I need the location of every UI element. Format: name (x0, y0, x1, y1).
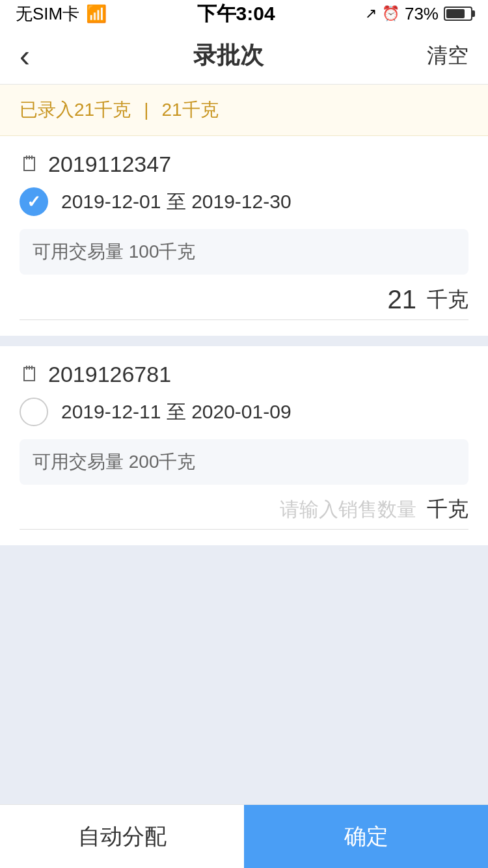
wifi-icon: 📶 (86, 4, 107, 24)
alarm-icon: ⏰ (382, 5, 400, 22)
main-content: 🗒 2019112347 2019-12-01 至 2019-12-30 可用交… (0, 136, 488, 868)
batch-date-1: 2019-12-01 至 2019-12-30 (61, 189, 291, 215)
batch-item-2: 🗒 2019126781 2019-12-11 至 2020-01-09 可用交… (0, 346, 488, 545)
auto-distribute-button[interactable]: 自动分配 (0, 805, 244, 868)
qty-line-wrap-2 (0, 529, 488, 530)
clear-button[interactable]: 清空 (427, 42, 468, 70)
signal-text: 无SIM卡 (16, 3, 79, 25)
info-divider: | (144, 100, 148, 120)
status-time: 下午3:04 (197, 1, 275, 27)
qty-unit-2: 千克 (427, 495, 468, 524)
batch-id-1: 2019112347 (48, 152, 171, 177)
status-left: 无SIM卡 📶 (16, 3, 107, 25)
qty-value-1: 21 (388, 285, 417, 314)
batch-id-2: 2019126781 (48, 362, 171, 387)
footer: 自动分配 确定 (0, 804, 488, 868)
batch-header-2: 🗒 2019126781 (20, 362, 468, 387)
batch-date-row-1[interactable]: 2019-12-01 至 2019-12-30 (20, 187, 468, 216)
recorded-amount: 已录入21千克 (20, 98, 131, 122)
batch-date-row-2[interactable]: 2019-12-11 至 2020-01-09 (20, 398, 468, 426)
avail-label-1: 可用交易量 100千克 (33, 241, 196, 262)
radio-2[interactable] (20, 398, 48, 426)
back-button[interactable]: ‹ (20, 38, 30, 74)
qty-unit-1: 千克 (427, 286, 468, 314)
total-amount: 21千克 (161, 98, 218, 122)
doc-icon-1: 🗒 (20, 152, 40, 176)
qty-row-2: 请输入销售数量 千克 (0, 485, 488, 524)
confirm-button[interactable]: 确定 (244, 805, 488, 868)
radio-1[interactable] (20, 187, 48, 216)
location-icon: ↗ (365, 5, 377, 22)
qty-row-1: 21 千克 (0, 275, 488, 314)
nav-bar: ‹ 录批次 清空 (0, 27, 488, 85)
section-separator (0, 336, 488, 346)
confirm-label: 确定 (344, 822, 388, 852)
batch-header-1: 🗒 2019112347 (20, 152, 468, 177)
qty-line-wrap-1 (0, 319, 488, 320)
qty-line-1 (20, 319, 468, 320)
avail-label-2: 可用交易量 200千克 (33, 452, 196, 472)
doc-icon-2: 🗒 (20, 362, 40, 387)
avail-box-2: 可用交易量 200千克 (20, 439, 468, 485)
batch-item-1: 🗒 2019112347 2019-12-01 至 2019-12-30 可用交… (0, 136, 488, 336)
qty-placeholder-2: 请输入销售数量 (280, 496, 416, 523)
battery-icon (444, 7, 472, 21)
battery-text: 73% (405, 4, 439, 24)
info-banner: 已录入21千克 | 21千克 (0, 85, 488, 136)
status-bar: 无SIM卡 📶 下午3:04 ↗ ⏰ 73% (0, 0, 488, 27)
auto-distribute-label: 自动分配 (78, 822, 167, 852)
batch-date-2: 2019-12-11 至 2020-01-09 (61, 399, 291, 426)
avail-box-1: 可用交易量 100千克 (20, 229, 468, 275)
qty-line-2 (20, 529, 468, 530)
page-title: 录批次 (193, 40, 264, 72)
status-right: ↗ ⏰ 73% (365, 4, 472, 24)
